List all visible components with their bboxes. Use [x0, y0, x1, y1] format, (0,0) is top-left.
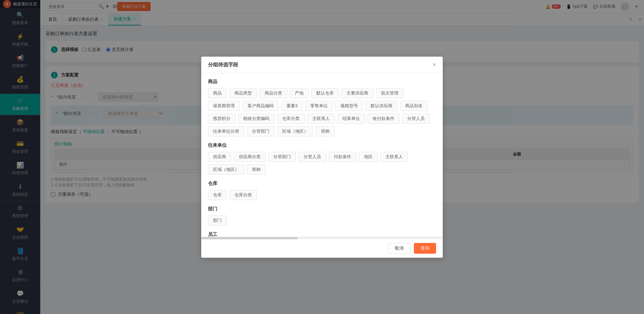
- confirm-button[interactable]: 查询: [414, 243, 436, 254]
- modal-horizontal-scrollbar[interactable]: [201, 237, 443, 239]
- modal-title: 分组待选字段: [208, 62, 238, 68]
- field-tag-0-18[interactable]: 结算单位: [337, 114, 365, 124]
- field-group-4: 员工业务员: [208, 232, 436, 237]
- field-tag-0-7[interactable]: 保质期管理: [208, 101, 240, 111]
- field-tag-1-4[interactable]: 付款条件: [329, 152, 356, 162]
- field-tag-0-4[interactable]: 默认仓库: [311, 88, 339, 98]
- cancel-button[interactable]: 取消: [388, 243, 411, 254]
- field-group-3: 部门部门: [208, 206, 436, 226]
- field-tag-0-10[interactable]: 零售单位: [305, 101, 333, 111]
- field-tag-0-13[interactable]: 商品别名: [400, 101, 428, 111]
- modal: 分组待选字段 × 商品商品商品类型商品分类产地默认仓库主要供应商批次管理保质期管…: [201, 57, 443, 258]
- modal-footer: 取消 查询: [201, 239, 443, 258]
- field-tag-0-19[interactable]: 收付款条件: [368, 114, 399, 124]
- field-tags-0: 商品商品类型商品分类产地默认仓库主要供应商批次管理保质期管理客户商品编码重量3零…: [208, 88, 436, 136]
- field-tag-0-17[interactable]: 主联系人: [307, 114, 335, 124]
- field-tag-0-12[interactable]: 默认供应商: [366, 101, 397, 111]
- field-group-title-2: 仓库: [208, 181, 436, 187]
- field-group-title-1: 往来单位: [208, 142, 436, 148]
- field-group-title-4: 员工: [208, 232, 436, 237]
- field-tag-3-0[interactable]: 部门: [208, 215, 227, 226]
- field-tag-2-1[interactable]: 仓库分类: [229, 190, 257, 200]
- field-tag-0-14[interactable]: 拣货积分: [208, 114, 235, 124]
- field-tag-1-1[interactable]: 供应商分类: [234, 152, 266, 162]
- field-tag-0-22[interactable]: 分管部门: [247, 126, 274, 136]
- field-tag-1-3[interactable]: 分管人员: [299, 152, 326, 162]
- field-tag-0-3[interactable]: 产地: [290, 88, 309, 98]
- field-group-title-0: 商品: [208, 79, 436, 85]
- field-tag-0-24[interactable]: 简称: [316, 126, 335, 136]
- field-tag-0-8[interactable]: 客户商品编码: [243, 101, 279, 111]
- field-tag-0-2[interactable]: 商品分类: [260, 88, 287, 98]
- modal-close-btn[interactable]: ×: [432, 61, 436, 68]
- field-group-2: 仓库仓库仓库分类: [208, 181, 436, 200]
- field-tag-0-9[interactable]: 重量3: [281, 101, 303, 111]
- modal-header: 分组待选字段 ×: [201, 57, 443, 73]
- field-group-1: 往来单位供应商供应商分类分管部门分管人员付款条件地区主联系人区域（地区）简称: [208, 142, 436, 175]
- field-tag-0-15[interactable]: 税收分类编码: [238, 114, 274, 124]
- field-tag-0-5[interactable]: 主要供应商: [341, 88, 373, 98]
- field-tag-2-0[interactable]: 仓库: [208, 190, 227, 200]
- field-tag-0-20[interactable]: 分管人员: [402, 114, 430, 124]
- hscroll-thumb: [201, 237, 298, 239]
- field-tag-0-11[interactable]: 规格型号: [335, 101, 363, 111]
- modal-overlay: 分组待选字段 × 商品商品商品类型商品分类产地默认仓库主要供应商批次管理保质期管…: [0, 0, 644, 314]
- field-group-0: 商品商品商品类型商品分类产地默认仓库主要供应商批次管理保质期管理客户商品编码重量…: [208, 79, 436, 136]
- field-tags-2: 仓库仓库分类: [208, 190, 436, 200]
- field-tag-1-0[interactable]: 供应商: [208, 152, 231, 162]
- field-tag-0-21[interactable]: 往来单位分类: [208, 126, 244, 136]
- field-tag-0-0[interactable]: 商品: [208, 88, 227, 98]
- field-tag-0-1[interactable]: 商品类型: [229, 88, 257, 98]
- field-tags-3: 部门: [208, 215, 436, 226]
- field-tag-1-2[interactable]: 分管部门: [268, 152, 296, 162]
- field-tag-1-8[interactable]: 简称: [247, 165, 266, 175]
- field-tag-0-23[interactable]: 区域（地区）: [277, 126, 313, 136]
- modal-body[interactable]: 商品商品商品类型商品分类产地默认仓库主要供应商批次管理保质期管理客户商品编码重量…: [201, 73, 443, 237]
- field-tags-1: 供应商供应商分类分管部门分管人员付款条件地区主联系人区域（地区）简称: [208, 152, 436, 175]
- field-group-title-3: 部门: [208, 206, 436, 212]
- field-tag-1-7[interactable]: 区域（地区）: [208, 165, 244, 175]
- field-tag-0-16[interactable]: 仓库分类: [277, 114, 305, 124]
- field-tag-0-6[interactable]: 批次管理: [376, 88, 404, 98]
- field-tag-1-5[interactable]: 地区: [359, 152, 378, 162]
- field-tag-1-6[interactable]: 主联系人: [380, 152, 408, 162]
